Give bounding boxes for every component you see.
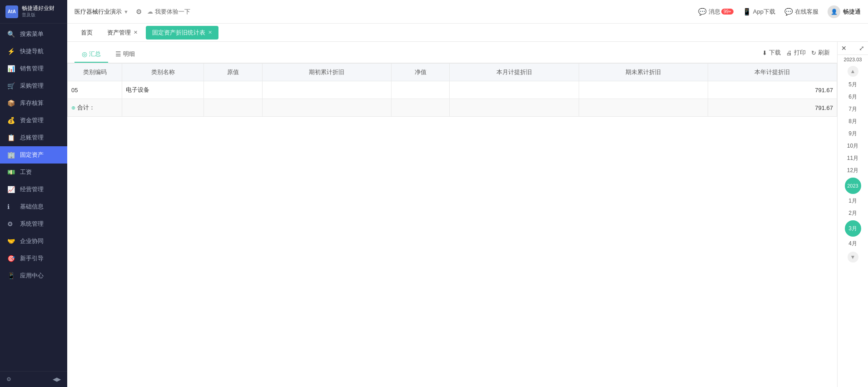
subtab-1[interactable]: ☰明细 — [108, 46, 142, 63]
col-header-6: 期未累计折旧 — [579, 64, 708, 81]
sidebar-item-资金管理[interactable]: 💰资金管理 — [0, 112, 67, 129]
panel-close-icon[interactable]: ✕ — [841, 45, 847, 52]
sidebar-icon-10: ℹ — [7, 203, 16, 210]
cell-0-3 — [262, 81, 391, 99]
subtotal-cell-1 — [122, 99, 204, 117]
sidebar-label-9: 经营管理 — [20, 185, 44, 194]
sidebar-item-总账管理[interactable]: 📋总账管理 — [0, 129, 67, 146]
month-before-7[interactable]: 12月 — [838, 164, 868, 177]
tab-2[interactable]: 固定资产折旧统计表✕ — [146, 26, 218, 40]
sidebar-item-企业协同[interactable]: 🤝企业协同 — [0, 233, 67, 250]
cell-0-6 — [579, 81, 708, 99]
month-before-4[interactable]: 9月 — [838, 128, 868, 140]
subtab-left: ◎汇总☰明细 — [74, 46, 142, 63]
col-header-2: 原值 — [204, 64, 263, 81]
tab-close-1[interactable]: ✕ — [134, 30, 138, 35]
sidebar-item-固定资产[interactable]: 🏢固定资产 — [0, 146, 67, 164]
trial-button[interactable]: ☁ 我要体验一下 — [147, 8, 190, 16]
subtotal-cell-7: 791.67 — [708, 99, 837, 117]
download-label: App下载 — [753, 8, 775, 16]
sidebar-label-7: 固定资产 — [20, 151, 44, 159]
sidebar-item-工资[interactable]: 💵工资 — [0, 164, 67, 181]
tab-label-0: 首页 — [81, 29, 93, 37]
messages-icon: 💬 — [698, 8, 707, 16]
settings-icon[interactable]: ⚙ — [6, 376, 11, 382]
sidebar-item-经营管理[interactable]: 📈经营管理 — [0, 181, 67, 198]
sidebar-icon-0: 🔍 — [7, 30, 16, 38]
sidebar-item-基础信息[interactable]: ℹ基础信息 — [0, 198, 67, 215]
messages-button[interactable]: 💬 消息 99+ — [698, 8, 734, 16]
cell-0-2 — [204, 81, 263, 99]
sidebar-icon-14: 📱 — [7, 272, 16, 279]
sidebar-item-快捷导航[interactable]: ⚡快捷导航 — [0, 43, 67, 60]
topbar: 医疗器械行业演示 ▼ ⚙ ☁ 我要体验一下 💬 消息 99+ 📱 App下载 💬… — [67, 0, 868, 24]
sidebar-icon-4: 📦 — [7, 99, 16, 107]
download-icon: 📱 — [743, 8, 751, 16]
month-after-3[interactable]: 4月 — [838, 238, 868, 250]
col-header-7: 本年计提折旧 — [708, 64, 837, 81]
sidebar-menu: 🔍搜索菜单⚡快捷导航📊销售管理🛒采购管理📦库存核算💰资金管理📋总账管理🏢固定资产… — [0, 24, 67, 371]
month-before-2[interactable]: 7月 — [838, 103, 868, 115]
tab-label-2: 固定资产折旧统计表 — [152, 29, 205, 37]
month-before-1[interactable]: 6月 — [838, 91, 868, 103]
subtab-label-1: 明细 — [123, 50, 135, 58]
user-menu[interactable]: 👤 畅捷通 — [828, 5, 861, 18]
download-button[interactable]: 📱 App下载 — [743, 8, 775, 16]
tab-1[interactable]: 资产管理✕ — [101, 26, 144, 40]
nav-up-icon[interactable]: ▲ — [848, 66, 858, 77]
collapse-icon[interactable]: ◀▶ — [53, 376, 61, 382]
sidebar-label-2: 销售管理 — [20, 64, 44, 73]
month-after-2[interactable]: 3月 — [845, 220, 861, 237]
action-icon-1: 🖨 — [786, 50, 792, 56]
tab-close-2[interactable]: ✕ — [208, 30, 212, 35]
sidebar-icon-11: ⚙ — [7, 220, 16, 228]
action-label-0: 下载 — [769, 49, 781, 57]
tab-0[interactable]: 首页 — [74, 26, 99, 40]
action-label-1: 打印 — [794, 49, 806, 57]
sidebar-item-应用中心[interactable]: 📱应用中心 — [0, 267, 67, 284]
service-button[interactable]: 💬 在线客服 — [784, 8, 818, 16]
month-nav-down[interactable]: ▼ — [838, 250, 868, 264]
month-before-0[interactable]: 5月 — [838, 79, 868, 91]
sidebar-item-销售管理[interactable]: 📊销售管理 — [0, 60, 67, 77]
action-icon-2: ↻ — [811, 50, 816, 56]
subtab-icon-1: ☰ — [115, 50, 121, 58]
year-marker[interactable]: 2023 — [845, 178, 861, 194]
sidebar-footer: ⚙ ◀▶ — [0, 371, 67, 387]
topbar-settings-icon[interactable]: ⚙ — [136, 8, 142, 16]
sidebar-item-库存核算[interactable]: 📦库存核算 — [0, 94, 67, 112]
action-下载[interactable]: ⬇下载 — [762, 49, 781, 57]
sidebar-item-搜索菜单[interactable]: 🔍搜索菜单 — [0, 25, 67, 43]
app-version: 普及版 — [22, 12, 55, 18]
sidebar-logo: AtA 畅捷通好业财 普及版 — [0, 0, 67, 24]
company-selector[interactable]: 医疗器械行业演示 ▼ — [74, 8, 129, 16]
month-before-5[interactable]: 10月 — [838, 140, 868, 152]
month-before-6[interactable]: 11月 — [838, 152, 868, 164]
panel-expand-icon[interactable]: ⤢ — [859, 45, 864, 52]
sidebar-label-3: 采购管理 — [20, 82, 44, 90]
subtab-0[interactable]: ◎汇总 — [74, 46, 108, 63]
sidebar-item-系统管理[interactable]: ⚙系统管理 — [0, 215, 67, 233]
sidebar-icon-13: 🎯 — [7, 255, 16, 262]
main-area: 医疗器械行业演示 ▼ ⚙ ☁ 我要体验一下 💬 消息 99+ 📱 App下载 💬… — [67, 0, 868, 387]
sidebar-icon-8: 💵 — [7, 169, 16, 176]
sidebar-icon-6: 📋 — [7, 134, 16, 141]
nav-down-icon[interactable]: ▼ — [848, 252, 858, 263]
month-after-0[interactable]: 1月 — [838, 195, 868, 207]
subtab-label-0: 汇总 — [89, 50, 101, 58]
cell-0-0: 05 — [68, 81, 122, 99]
month-before-3[interactable]: 8月 — [838, 115, 868, 128]
col-header-3: 期初累计折旧 — [262, 64, 391, 81]
action-刷新[interactable]: ↻刷新 — [811, 49, 830, 57]
sidebar-item-采购管理[interactable]: 🛒采购管理 — [0, 77, 67, 94]
subtotal-cell-6 — [579, 99, 708, 117]
sidebar-icon-1: ⚡ — [7, 48, 16, 55]
sidebar-item-新手引导[interactable]: 🎯新手引导 — [0, 250, 67, 267]
month-nav-up[interactable]: ▲ — [838, 64, 868, 79]
sidebar-label-4: 库存核算 — [20, 99, 44, 107]
action-label-2: 刷新 — [818, 49, 830, 57]
sidebar: AtA 畅捷通好业财 普及版 🔍搜索菜单⚡快捷导航📊销售管理🛒采购管理📦库存核算… — [0, 0, 67, 387]
company-arrow-icon: ▼ — [124, 9, 129, 15]
action-打印[interactable]: 🖨打印 — [786, 49, 806, 57]
month-after-1[interactable]: 2月 — [838, 207, 868, 219]
